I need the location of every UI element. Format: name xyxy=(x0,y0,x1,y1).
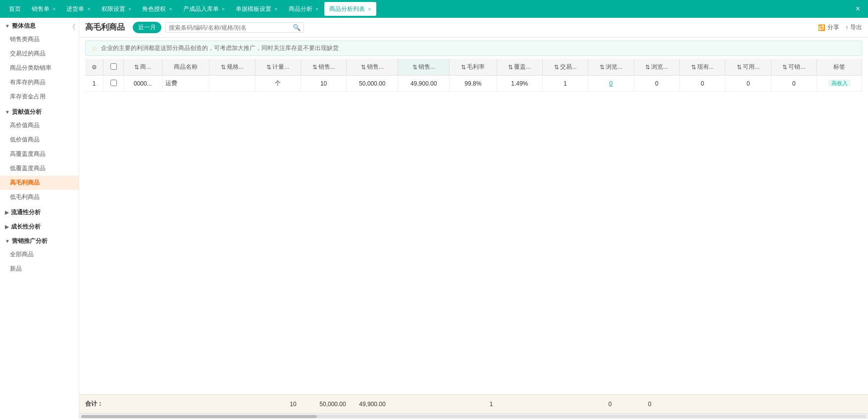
col-spec[interactable]: ⇅ 规格... xyxy=(209,59,255,76)
sidebar-group-liquidity[interactable]: ▶ 流通性分析 xyxy=(0,204,79,219)
close-all-button[interactable]: × xyxy=(852,4,864,13)
footer-sales2: 50,000.00 xyxy=(313,401,353,408)
table-container[interactable]: ⚙ ⇅ 商... xyxy=(79,59,868,394)
footer-cells: 10 50,000.00 49,900.00 1 0 0 xyxy=(194,401,862,408)
sidebar-group-overall[interactable]: ▼ 整体信息 xyxy=(0,18,79,32)
sidebar-item-traded-goods[interactable]: 交易过的商品 xyxy=(0,47,79,61)
nav-template[interactable]: 单据模板设置 × xyxy=(231,2,282,16)
nav-close-icon[interactable]: × xyxy=(169,6,172,12)
cell-index: 1 xyxy=(85,76,103,92)
footer-sales1: 10 xyxy=(273,401,313,408)
sidebar-item-low-coverage[interactable]: 低覆盖度商品 xyxy=(0,161,79,176)
sidebar-item-sales-goods[interactable]: 销售类商品 xyxy=(0,32,79,47)
info-bar: ☆ 企业的主要的利润都是这部分商品创造的，可考虑加大推广，同时关注库存是不要出现… xyxy=(85,41,862,56)
footer-sales3: 49,900.00 xyxy=(353,401,392,408)
sidebar-item-category-rate[interactable]: 商品分类助销率 xyxy=(0,61,79,75)
nav-product-in[interactable]: 产成品入库单 × xyxy=(178,2,230,16)
nav-product-analysis[interactable]: 商品分析 × xyxy=(284,2,323,16)
col-coverage[interactable]: ⇅ 覆盖... xyxy=(497,59,542,76)
cell-saleable: 0 xyxy=(771,76,817,92)
share-button[interactable]: 🔁 分享 xyxy=(818,23,839,32)
nav-permission[interactable]: 权限设置 × xyxy=(97,2,136,16)
sidebar-item-low-margin[interactable]: 低毛利商品 xyxy=(0,190,79,204)
col-browse2[interactable]: ⇅ 浏览... xyxy=(634,59,679,76)
cell-tag: 高收入 xyxy=(817,76,862,92)
cell-transaction: 1 xyxy=(542,76,588,92)
sidebar-item-new-goods[interactable]: 新品 xyxy=(0,262,79,276)
sidebar-item-all-goods[interactable]: 全部商品 xyxy=(0,247,79,262)
cell-browse2: 0 xyxy=(634,76,679,92)
footer-available: 0 xyxy=(630,401,669,408)
nav-close-icon[interactable]: × xyxy=(274,6,277,12)
cell-coverage: 1.49% xyxy=(497,76,542,92)
export-icon: ↑ xyxy=(845,24,848,31)
cell-sales2: 50,000.00 xyxy=(347,76,398,92)
sidebar-item-high-coverage[interactable]: 高覆盖度商品 xyxy=(0,147,79,161)
col-browse1-sort-icon: ⇅ xyxy=(600,64,605,71)
info-icon: ☆ xyxy=(92,45,98,52)
export-button[interactable]: ↑ 导出 xyxy=(845,23,862,32)
footer-gross xyxy=(392,401,432,408)
select-all-checkbox[interactable] xyxy=(110,63,117,70)
data-table: ⚙ ⇅ 商... xyxy=(85,59,862,92)
col-gross-rate[interactable]: ⇅ 毛利率 xyxy=(450,59,497,76)
search-input[interactable] xyxy=(169,24,291,31)
search-icon[interactable]: 🔍 xyxy=(293,24,301,31)
nav-close-icon[interactable]: × xyxy=(87,6,90,12)
nav-role-auth[interactable]: 角色授权 × xyxy=(137,2,177,16)
nav-purchase-order[interactable]: 进货单 × xyxy=(61,2,95,16)
search-box: 🔍 xyxy=(165,22,304,33)
sidebar: 《 ▼ 整体信息 销售类商品 交易过的商品 商品分类助销率 有库存的商品 库存资… xyxy=(0,18,79,419)
nav-close-icon[interactable]: × xyxy=(368,6,371,12)
top-nav: 首页 销售单 × 进货单 × 权限设置 × 角色授权 × 产成品入库单 × 单据… xyxy=(0,0,868,18)
col-unit[interactable]: ⇅ 计量... xyxy=(255,59,301,76)
col-name[interactable]: 商品名称 xyxy=(162,59,209,76)
nav-close-icon[interactable]: × xyxy=(52,6,55,12)
sidebar-item-low-value[interactable]: 低价值商品 xyxy=(0,133,79,147)
row-checkbox[interactable] xyxy=(110,80,117,86)
col-saleable-sort-icon: ⇅ xyxy=(782,64,787,71)
sidebar-group-marketing[interactable]: ▼ 营销推广分析 xyxy=(0,233,79,247)
scrollbar-track[interactable] xyxy=(81,415,866,418)
sidebar-collapse-button[interactable]: 《 xyxy=(69,23,76,32)
sidebar-item-stock-goods[interactable]: 有库存的商品 xyxy=(0,75,79,90)
sidebar-group-contribution[interactable]: ▼ 贡献值分析 xyxy=(0,104,79,118)
sidebar-item-high-value[interactable]: 高价值商品 xyxy=(0,118,79,133)
sidebar-item-high-margin[interactable]: 高毛利商品 xyxy=(0,176,79,190)
filter-month-button[interactable]: 近一月 xyxy=(133,22,161,33)
nav-close-icon[interactable]: × xyxy=(222,6,225,12)
footer-browse2 xyxy=(551,401,590,408)
sidebar-item-stock-capital[interactable]: 库存资金占用 xyxy=(0,90,79,104)
col-saleable[interactable]: ⇅ 可销... xyxy=(771,59,817,76)
col-transaction[interactable]: ⇅ 交易... xyxy=(542,59,588,76)
header-actions: 🔁 分享 ↑ 导出 xyxy=(818,23,862,32)
cell-name: 运费 xyxy=(162,76,209,92)
chevron-down-icon: ▼ xyxy=(5,238,10,244)
scrollbar-area[interactable] xyxy=(79,413,868,419)
col-sales2[interactable]: ⇅ 销售... xyxy=(347,59,398,76)
cell-sales3: 49,900.00 xyxy=(398,76,450,92)
col-stock-sort-icon: ⇅ xyxy=(691,64,696,71)
nav-sales-order[interactable]: 销售单 × xyxy=(27,2,60,16)
scrollbar-thumb[interactable] xyxy=(81,415,317,418)
chevron-right-icon: ▶ xyxy=(5,224,9,230)
col-sales3[interactable]: ⇅ 销售... xyxy=(398,59,450,76)
col-browse1[interactable]: ⇅ 浏览... xyxy=(588,59,634,76)
col-sales1[interactable]: ⇅ 销售... xyxy=(301,59,346,76)
nav-home[interactable]: 首页 xyxy=(4,2,26,16)
footer-browse1 xyxy=(511,401,551,408)
col-available[interactable]: ⇅ 可用... xyxy=(725,59,771,76)
table-row[interactable]: 1 0000... 运费 个 10 50,000.00 49,900.00 99… xyxy=(85,76,862,92)
col-code[interactable]: ⇅ 商... xyxy=(123,59,162,76)
col-current-stock[interactable]: ⇅ 现有... xyxy=(680,59,725,76)
nav-close-icon[interactable]: × xyxy=(128,6,131,12)
col-sales2-sort-icon: ⇅ xyxy=(361,64,366,71)
col-tag[interactable]: 标签 xyxy=(817,59,862,76)
nav-product-analysis-list[interactable]: 商品分析列表 × xyxy=(324,2,376,16)
footer-label: 合计： xyxy=(85,400,194,408)
sidebar-group-growth[interactable]: ▶ 成长性分析 xyxy=(0,219,79,233)
settings-icon[interactable]: ⚙ xyxy=(92,64,97,71)
cell-current-stock: 0 xyxy=(680,76,725,92)
cell-browse1[interactable]: 0 xyxy=(588,76,634,92)
nav-close-icon[interactable]: × xyxy=(315,6,318,12)
